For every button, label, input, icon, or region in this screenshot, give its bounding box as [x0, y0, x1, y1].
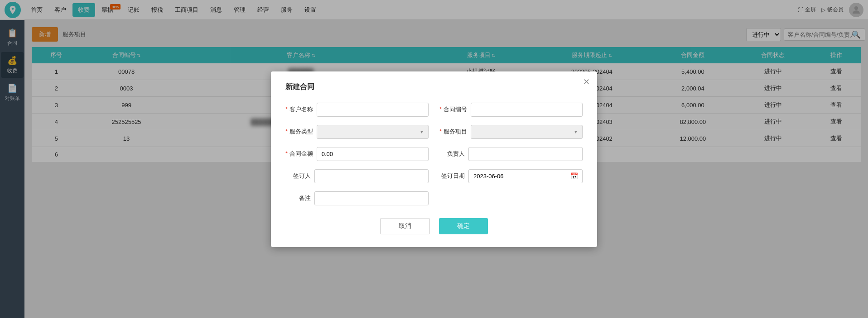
confirm-button[interactable]: 确定 — [439, 218, 488, 234]
form-row-2: 服务类型 服务项目 — [285, 125, 583, 139]
main-layout: 📋 合同 💰 收费 📄 对账单 新增 服务项目 进行中已完成已终止 🔍 — [0, 20, 868, 318]
label-person-in-charge: 负责人 — [439, 150, 465, 158]
field-remark: 备注 — [285, 191, 429, 205]
input-remark[interactable] — [314, 191, 429, 205]
form-row-5: 备注 — [285, 191, 583, 205]
input-contract-no[interactable] — [471, 103, 583, 117]
select-service-type[interactable] — [317, 125, 429, 139]
input-sign-date[interactable]: 2023-06-06 — [468, 169, 583, 183]
input-customer-name[interactable] — [317, 103, 429, 117]
modal-title: 新建合同 — [285, 82, 583, 92]
field-contract-amount: 合同金额 0.00 — [285, 147, 429, 161]
field-customer-name: 客户名称 — [285, 103, 429, 117]
label-customer-name: 客户名称 — [285, 105, 313, 114]
modal-close-button[interactable]: ✕ — [583, 77, 590, 87]
field-contract-no: 合同编号 — [439, 103, 583, 117]
modal-dialog: ✕ 新建合同 客户名称 合同编号 服务类型 — [271, 71, 597, 247]
form-row-4: 签订人 签订日期 2023-06-06 📅 — [285, 169, 583, 183]
label-contract-no: 合同编号 — [439, 105, 467, 114]
calendar-icon[interactable]: 📅 — [570, 172, 578, 180]
select-service-item[interactable] — [471, 125, 583, 139]
input-person-in-charge[interactable] — [468, 147, 583, 161]
modal-footer: 取消 确定 — [285, 218, 583, 234]
field-service-item: 服务项目 — [439, 125, 583, 139]
label-contract-amount: 合同金额 — [285, 150, 313, 158]
field-sign-date: 签订日期 2023-06-06 📅 — [439, 169, 583, 183]
input-contract-amount[interactable]: 0.00 — [317, 147, 429, 161]
form-row-1: 客户名称 合同编号 — [285, 103, 583, 117]
input-signer[interactable] — [314, 169, 429, 183]
field-person-in-charge: 负责人 — [439, 147, 583, 161]
form-row-3: 合同金额 0.00 负责人 — [285, 147, 583, 161]
modal-overlay[interactable]: ✕ 新建合同 客户名称 合同编号 服务类型 — [24, 20, 868, 318]
field-service-type: 服务类型 — [285, 125, 429, 139]
content-area: 新增 服务项目 进行中已完成已终止 🔍 序号 合同编号 客户名称 服务项目 服务… — [24, 20, 868, 318]
field-signer: 签订人 — [285, 169, 429, 183]
label-remark: 备注 — [285, 194, 311, 202]
label-signer: 签订人 — [285, 172, 311, 180]
label-service-item: 服务项目 — [439, 128, 467, 136]
cancel-button[interactable]: 取消 — [380, 218, 430, 234]
label-service-type: 服务类型 — [285, 128, 313, 136]
label-sign-date: 签订日期 — [439, 172, 465, 180]
